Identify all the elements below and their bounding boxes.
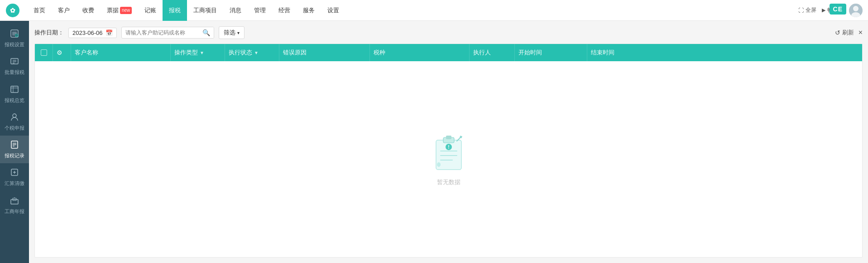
svg-rect-16 [11, 86, 18, 93]
filter-label: 筛选 [224, 29, 235, 37]
search-bar: 🔍 [121, 27, 214, 39]
th-settings: ⚙ [53, 44, 71, 61]
nav-item-tax[interactable]: 报税 [163, 0, 187, 21]
annual-settle-icon [10, 168, 19, 178]
sidebar-item-label: 汇算清缴 [5, 180, 24, 186]
personal-tax-icon [10, 112, 19, 123]
sidebar-item-label: 个税申报 [5, 125, 24, 131]
refresh-icon: ↺ [835, 29, 840, 36]
sidebar: 报税设置 批量报税 报税总览 [0, 21, 29, 263]
sidebar-item-batch-tax[interactable]: 批量报税 [0, 52, 29, 80]
annual-report-icon [10, 196, 19, 206]
tax-settings-icon [10, 29, 19, 39]
th-executor: 执行人 [470, 44, 515, 61]
sidebar-item-label: 批量报税 [5, 69, 24, 75]
nav-item-manage[interactable]: 管理 [248, 0, 272, 21]
sidebar-item-tax-overview[interactable]: 报税总览 [0, 80, 29, 108]
th-tax-type: 税种 [370, 44, 470, 61]
empty-text: 暂无数据 [437, 178, 460, 186]
tax-records-icon [10, 140, 19, 151]
table-header: ⚙ 客户名称 操作类型 ▼ 执行状态 ▼ 错误原因 税种 [35, 44, 862, 61]
sidebar-item-annual-settle[interactable]: 汇算清缴 [0, 163, 29, 191]
sidebar-item-tax-settings[interactable]: 报税设置 [0, 24, 29, 52]
nav-item-customer[interactable]: 客户 [52, 0, 76, 21]
date-value: 2023-06-06 [72, 29, 103, 36]
nav-item-charge[interactable]: 收费 [76, 0, 101, 21]
th-op-type: 操作类型 ▼ [171, 44, 225, 61]
filter-button[interactable]: 筛选 ▾ [219, 26, 245, 39]
th-error: 错误原因 [279, 44, 370, 61]
sidebar-item-label: 报税设置 [5, 41, 24, 48]
empty-illustration: ! [431, 132, 467, 173]
nav-item-operation[interactable]: 经营 [272, 0, 297, 21]
sidebar-item-label: 工商年报 [5, 208, 24, 214]
sort-icon-op-type[interactable]: ▼ [200, 50, 204, 55]
toolbar: 操作日期： 2023-06-06 📅 🔍 筛选 ▾ ↺ 刷新 × [34, 26, 863, 39]
app-logo[interactable]: ✿ [5, 3, 20, 18]
th-start-time: 开始时间 [515, 44, 587, 61]
search-input[interactable] [122, 28, 199, 38]
svg-point-38 [437, 162, 441, 167]
sort-icon-status[interactable]: ▼ [254, 50, 259, 55]
nav-menu: 首页 客户 收费 票据 new 记账 报税 工商项目 消息 管理 经营 服务 设… [27, 0, 798, 21]
date-label: 操作日期： [34, 29, 64, 37]
header-checkbox[interactable] [41, 49, 47, 56]
th-status: 执行状态 ▼ [225, 44, 279, 61]
member-icon: ▶ [822, 7, 825, 13]
nav-right: ⛶ 全屏 ▶ 畅会员 CE [798, 4, 863, 17]
nav-item-message[interactable]: 消息 [223, 0, 248, 21]
refresh-label: 刷新 [842, 29, 854, 37]
date-input[interactable]: 2023-06-06 📅 [68, 28, 117, 38]
empty-state: ! 暂无数据 [422, 123, 476, 195]
main-layout: 报税设置 批量报税 报税总览 [0, 21, 868, 263]
nav-item-business[interactable]: 工商项目 [187, 0, 223, 21]
th-name: 客户名称 [71, 44, 171, 61]
svg-rect-30 [446, 136, 451, 139]
new-badge: new [120, 7, 132, 14]
user-avatar[interactable] [849, 4, 863, 17]
th-end-time: 结束时间 [587, 44, 642, 61]
sidebar-item-personal-tax[interactable]: 个税申报 [0, 108, 29, 136]
sidebar-item-label: 报税记录 [5, 152, 24, 159]
batch-tax-icon [10, 57, 19, 67]
th-checkbox[interactable] [35, 44, 53, 61]
sidebar-item-annual-report[interactable]: 工商年报 [0, 191, 29, 219]
search-button[interactable]: 🔍 [199, 27, 214, 38]
data-table: ⚙ 客户名称 操作类型 ▼ 执行状态 ▼ 错误原因 税种 [34, 44, 863, 258]
table-body: ! 暂无数据 [35, 61, 862, 257]
top-nav: ✿ 首页 客户 收费 票据 new 记账 报税 工商项目 消息 管理 经营 服务… [0, 0, 868, 21]
nav-item-settings[interactable]: 设置 [321, 0, 345, 21]
sidebar-item-label: 报税总览 [5, 97, 24, 103]
chevron-down-icon: ▾ [237, 30, 240, 35]
toolbar-right: ↺ 刷新 × [835, 29, 863, 37]
nav-item-home[interactable]: 首页 [27, 0, 52, 21]
svg-point-19 [13, 114, 16, 117]
nav-item-service[interactable]: 服务 [297, 0, 321, 21]
sidebar-item-tax-records[interactable]: 报税记录 [0, 136, 29, 163]
fullscreen-icon: ⛶ [798, 7, 804, 14]
content-area: 操作日期： 2023-06-06 📅 🔍 筛选 ▾ ↺ 刷新 × [29, 21, 868, 263]
svg-text:!: ! [448, 145, 449, 150]
fullscreen-button[interactable]: ⛶ 全屏 [798, 6, 816, 14]
close-button[interactable]: × [858, 29, 863, 36]
svg-point-3 [853, 6, 858, 11]
ce-badge: CE [830, 4, 846, 15]
nav-item-invoice[interactable]: 票据 new [101, 0, 138, 21]
svg-text:✿: ✿ [10, 7, 15, 14]
calendar-icon: 📅 [106, 29, 113, 36]
refresh-button[interactable]: ↺ 刷新 [835, 29, 854, 37]
tax-overview-icon [10, 85, 19, 95]
nav-item-accounting[interactable]: 记账 [138, 0, 163, 21]
settings-icon[interactable]: ⚙ [57, 49, 62, 56]
